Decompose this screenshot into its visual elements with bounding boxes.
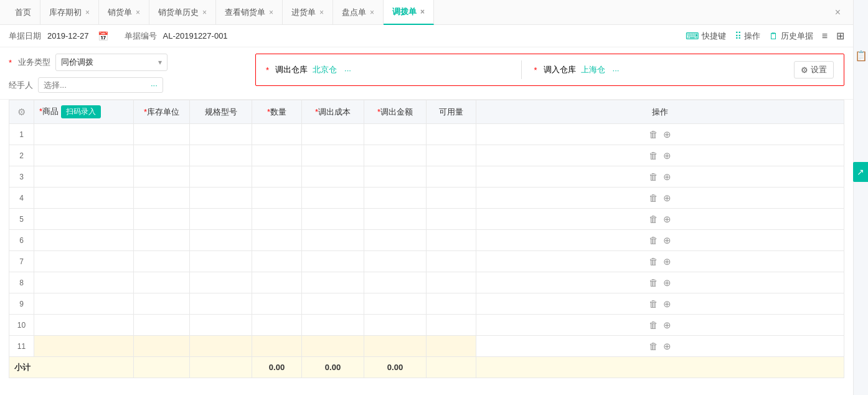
copy-icon-8[interactable]: ⊕ [663,277,671,288]
history-button[interactable]: 🗒 历史单据 [769,31,813,42]
row-cost-10[interactable] [302,315,364,336]
row-spec-8[interactable] [190,272,252,293]
delete-icon-6[interactable]: 🗑 [649,235,658,245]
row-cost-9[interactable] [302,293,364,315]
row-amount-5[interactable] [364,209,427,230]
tab-home[interactable]: 首页 [6,0,40,25]
warehouse-in-more-icon[interactable]: ··· [613,65,620,75]
row-spec-5[interactable] [190,209,252,230]
row-product-3[interactable] [34,166,134,188]
close-view-sales-icon[interactable]: × [269,8,273,17]
row-spec-4[interactable] [190,188,252,209]
copy-icon-5[interactable]: ⊕ [663,214,671,225]
row-available-4[interactable] [427,188,476,209]
delete-icon-10[interactable]: 🗑 [649,320,658,330]
tab-purchase-order[interactable]: 进货单 × [283,0,333,25]
delete-icon-3[interactable]: 🗑 [649,171,658,182]
row-cost-8[interactable] [302,272,364,293]
row-cost-4[interactable] [302,188,364,209]
row-product-5[interactable] [34,209,134,230]
delete-icon-9[interactable]: 🗑 [649,298,658,309]
row-spec-11[interactable] [190,336,252,357]
row-spec-2[interactable] [190,145,252,166]
row-qty-5[interactable] [252,209,302,230]
tab-inventory-init[interactable]: 库存期初 × [40,0,99,25]
copy-icon[interactable]: ⊕ [663,341,671,352]
row-unit-4[interactable] [134,188,190,209]
row-unit-10[interactable] [134,315,190,336]
row-amount-9[interactable] [364,293,427,315]
row-product-4[interactable] [34,188,134,209]
row-unit-11[interactable] [134,336,190,357]
row-unit-3[interactable] [134,166,190,188]
row-amount-4[interactable] [364,188,427,209]
delete-icon-8[interactable]: 🗑 [649,277,658,288]
copy-icon-10[interactable]: ⊕ [663,320,671,331]
handler-input[interactable] [44,80,148,90]
row-qty-8[interactable] [252,272,302,293]
row-qty-9[interactable] [252,293,302,315]
close-inventory-count-icon[interactable]: × [370,8,374,17]
row-unit-5[interactable] [134,209,190,230]
row-amount-2[interactable] [364,145,427,166]
delete-icon[interactable]: 🗑 [649,341,658,351]
row-qty-6[interactable] [252,230,302,251]
copy-icon-1[interactable]: ⊕ [663,129,671,140]
operation-button[interactable]: ⠿ 操作 [735,31,760,42]
row-unit-6[interactable] [134,230,190,251]
delete-icon-4[interactable]: 🗑 [649,193,658,203]
settings-button[interactable]: ⚙ 设置 [794,61,834,79]
row-amount-6[interactable] [364,230,427,251]
row-qty-3[interactable] [252,166,302,188]
row-unit-9[interactable] [134,293,190,315]
close-inventory-init-icon[interactable]: × [85,8,90,17]
business-type-select[interactable]: 同价调拨 ▾ [55,54,167,71]
row-cost-6[interactable] [302,230,364,251]
row-available-7[interactable] [427,251,476,272]
tab-view-sales[interactable]: 查看销货单 × [216,0,283,25]
row-product-2[interactable] [34,145,134,166]
row-product-6[interactable] [34,230,134,251]
close-purchase-order-icon[interactable]: × [319,8,324,17]
row-cost-3[interactable] [302,166,364,188]
row-product-10[interactable] [34,315,134,336]
close-all-icon[interactable]: × [835,7,841,18]
row-cost-7[interactable] [302,251,364,272]
row-available-11[interactable] [427,336,476,357]
layout-button-2[interactable]: ⊞ [836,30,844,42]
copy-icon-6[interactable]: ⊕ [663,235,671,246]
delete-icon-2[interactable]: 🗑 [649,150,658,161]
row-product-1[interactable] [34,124,134,145]
row-available-10[interactable] [427,315,476,336]
delete-icon-5[interactable]: 🗑 [649,214,658,224]
row-qty-7[interactable] [252,251,302,272]
sidebar-doc-icon[interactable]: 📋 [855,50,867,62]
shortcut-button[interactable]: ⌨ 快捷键 [686,31,726,42]
warehouse-out-more-icon[interactable]: ··· [344,65,351,75]
handler-more-icon[interactable]: ··· [151,80,158,90]
row-amount-3[interactable] [364,166,427,188]
row-spec-1[interactable] [190,124,252,145]
calendar-icon[interactable]: 📅 [98,31,108,41]
row-cost-1[interactable] [302,124,364,145]
delete-icon-7[interactable]: 🗑 [649,256,658,267]
row-qty-10[interactable] [252,315,302,336]
row-available-8[interactable] [427,272,476,293]
sidebar-expand-button[interactable]: ↗ [853,162,868,182]
copy-icon-3[interactable]: ⊕ [663,171,671,183]
tab-sales-history[interactable]: 销货单历史 × [149,0,216,25]
row-spec-9[interactable] [190,293,252,315]
row-cost-2[interactable] [302,145,364,166]
close-sales-order-icon[interactable]: × [136,8,140,17]
scan-button[interactable]: 扫码录入 [61,105,101,118]
close-sales-history-icon[interactable]: × [202,8,207,17]
row-spec-10[interactable] [190,315,252,336]
row-amount-11[interactable] [364,336,427,357]
row-spec-3[interactable] [190,166,252,188]
settings-gear-icon[interactable]: ⚙ [17,107,26,117]
row-amount-8[interactable] [364,272,427,293]
row-unit-2[interactable] [134,145,190,166]
copy-icon-4[interactable]: ⊕ [663,193,671,204]
row-qty-2[interactable] [252,145,302,166]
delete-icon-1[interactable]: 🗑 [649,129,658,140]
